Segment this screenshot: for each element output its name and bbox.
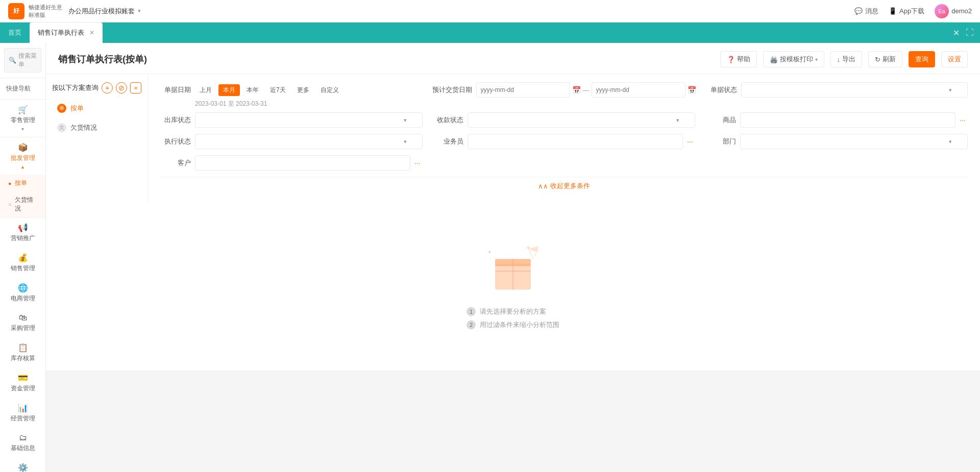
payment-select[interactable]: ▾ xyxy=(468,112,695,128)
content-area: 销售订单执行表(按单) ❓ 帮助 🖨️ 按模板打印 ▾ ↓ 导出 xyxy=(46,43,980,472)
scheme-panel-header: 按以下方案查询 + ⊘ « xyxy=(52,82,141,93)
goods-ellipsis-icon[interactable]: ··· xyxy=(958,116,968,124)
date-from-calendar-icon[interactable]: 📅 xyxy=(572,86,581,94)
expected-date-control: 📅 — 📅 xyxy=(476,82,696,98)
sidebar-quick-nav[interactable]: 快捷导航 xyxy=(0,78,45,100)
filter-item-goods: 商品 ··· xyxy=(705,112,968,128)
exec-status-label: 执行状态 xyxy=(160,137,191,146)
sidebar-item-ecommerce-label: 电商管理 xyxy=(11,294,35,303)
exec-status-select-wrap: ▾ xyxy=(195,134,423,149)
sidebar-item-basic[interactable]: 🗂 基础信息 xyxy=(0,428,45,458)
tab-home[interactable]: 首页 xyxy=(0,22,30,43)
print-icon: 🖨️ xyxy=(770,56,778,63)
dept-arrow-icon: ▾ xyxy=(949,138,952,145)
edit-scheme-button[interactable]: ⊘ xyxy=(116,82,127,93)
exec-status-select[interactable]: ▾ xyxy=(195,134,423,149)
help-button[interactable]: ❓ 帮助 xyxy=(720,51,757,67)
page-container: 销售订单执行表(按单) ❓ 帮助 🖨️ 按模板打印 ▾ ↓ 导出 xyxy=(46,43,980,370)
app-download-button[interactable]: 📱 App下载 xyxy=(889,7,924,16)
sidebar-item-marketing[interactable]: 📢 营销推广 xyxy=(0,218,45,248)
add-scheme-button[interactable]: + xyxy=(102,82,113,93)
main-layout: 🔍 搜索菜单 快捷导航 🛒 零售管理 ▾ 📦 批发管理 ▴ ● xyxy=(0,43,980,472)
filter-item-status: 单据状态 ▾ xyxy=(706,82,968,98)
goods-input[interactable] xyxy=(740,112,955,128)
inventory-icon: 📋 xyxy=(18,343,28,352)
filter-row-3: 执行状态 ▾ 业务员 xyxy=(160,134,968,149)
date-filter-label: 单据日期 xyxy=(160,85,191,95)
tab-sales-order[interactable]: 销售订单执行表 ✕ xyxy=(30,22,103,43)
sidebar-item-business-label: 经营管理 xyxy=(11,414,35,423)
expected-date-from-input[interactable] xyxy=(476,82,570,98)
search-menu-button[interactable]: 🔍 搜索菜单 xyxy=(4,48,41,73)
dept-select[interactable]: ▾ xyxy=(740,134,968,149)
delivery-label: 出库状态 xyxy=(160,115,191,125)
expected-date-label: 预计交货日期 xyxy=(432,85,472,95)
date-preset-more[interactable]: 更多 xyxy=(292,84,314,96)
status-select[interactable]: ▾ xyxy=(741,82,968,98)
delivery-select[interactable]: ▾ xyxy=(195,112,423,128)
customer-input[interactable] xyxy=(195,155,410,171)
date-preset-this-month[interactable]: 本月 xyxy=(218,84,240,96)
salesperson-ellipsis-icon[interactable]: ··· xyxy=(685,137,695,146)
collapse-more-button[interactable]: ∧∧ 收起更多条件 xyxy=(160,177,968,195)
salesperson-input[interactable] xyxy=(468,134,683,149)
filter-item-dept: 部门 ▾ xyxy=(705,134,968,149)
filter-row-4: 客户 ··· xyxy=(160,155,968,171)
breadcrumb[interactable]: 办公用品行业模拟账套 ▾ xyxy=(68,7,141,16)
refresh-button[interactable]: ↻ 刷新 xyxy=(868,51,902,67)
collapse-scheme-button[interactable]: « xyxy=(130,82,141,93)
export-button[interactable]: ↓ 导出 xyxy=(830,51,863,67)
avatar: Ea xyxy=(935,4,949,18)
sidebar-item-wholesale[interactable]: 📦 批发管理 ▴ xyxy=(0,137,45,175)
sidebar-item-system[interactable]: ⚙️ 系统管理 xyxy=(0,458,45,472)
print-button[interactable]: 🖨️ 按模板打印 ▾ xyxy=(763,51,824,67)
empty-state: ✦ ✦ ✦ 1 请先选择要分析的方案 xyxy=(46,203,980,370)
filter-panel: 单据日期 上月 本月 本年 近7天 更多 自定义 xyxy=(148,74,980,203)
sidebar-item-inventory[interactable]: 📋 库存核算 xyxy=(0,338,45,368)
sidebar-item-sales[interactable]: 💰 销售管理 xyxy=(0,248,45,278)
sidebar-item-wholesale-label: 批发管理 xyxy=(11,154,35,162)
page-header: 销售订单执行表(按单) ❓ 帮助 🖨️ 按模板打印 ▾ ↓ 导出 xyxy=(46,43,980,74)
scheme-items: 单 按单 欠 欠货情况 xyxy=(52,100,141,136)
sidebar-item-finance[interactable]: 💳 资金管理 xyxy=(0,368,45,398)
sidebar-item-retail[interactable]: 🛒 零售管理 ▾ xyxy=(0,100,45,137)
close-window-icon[interactable]: ✕ xyxy=(953,28,960,38)
sidebar-item-ecommerce[interactable]: 🌐 电商管理 xyxy=(0,278,45,308)
scheme-item-by-order[interactable]: 单 按单 xyxy=(52,100,141,117)
sidebar-item-finance-label: 资金管理 xyxy=(11,384,35,393)
empty-illustration: ✦ ✦ ✦ xyxy=(482,244,544,295)
sub-item-arrears-icon: ○ xyxy=(8,201,12,207)
date-preset-last-month[interactable]: 上月 xyxy=(195,84,216,96)
finance-icon: 💳 xyxy=(18,373,28,383)
breadcrumb-arrow-icon: ▾ xyxy=(138,8,141,14)
date-to-calendar-icon[interactable]: 📅 xyxy=(688,86,696,94)
filter-item-delivery: 出库状态 ▾ xyxy=(160,112,423,128)
date-preset-custom[interactable]: 自定义 xyxy=(316,84,344,96)
sub-item-by-order-label: 按单 xyxy=(15,179,27,187)
query-button[interactable]: 查询 xyxy=(909,51,935,67)
sub-item-by-order[interactable]: ● 按单 xyxy=(0,175,45,192)
filter-item-payment: 收款状态 ▾ xyxy=(433,112,695,128)
expected-date-to-input[interactable] xyxy=(592,82,685,98)
date-preset-last7[interactable]: 近7天 xyxy=(265,84,290,96)
customer-ellipsis-icon[interactable]: ··· xyxy=(412,159,423,167)
wholesale-sub-menu: ● 按单 ○ 欠货情况 xyxy=(0,175,45,217)
sidebar-item-business[interactable]: 📊 经营管理 xyxy=(0,398,45,428)
user-profile[interactable]: Ea demo2 xyxy=(935,4,972,18)
breadcrumb-text: 办公用品行业模拟账套 xyxy=(68,7,135,16)
message-button[interactable]: 💬 消息 xyxy=(854,7,878,16)
page-actions: ❓ 帮助 🖨️ 按模板打印 ▾ ↓ 导出 ↻ 刷新 xyxy=(720,51,968,67)
collapse-icon: ∧∧ xyxy=(538,182,548,190)
sub-item-arrears[interactable]: ○ 欠货情况 xyxy=(0,192,45,217)
tab-close-icon[interactable]: ✕ xyxy=(89,29,94,36)
scheme-panel-title: 按以下方案查询 xyxy=(52,83,99,92)
settings-button[interactable]: 设置 xyxy=(941,51,968,67)
sidebar-item-purchase[interactable]: 🛍 采购管理 xyxy=(0,308,45,338)
empty-text-group: 1 请先选择要分析的方案 2 用过滤条件来缩小分析范围 xyxy=(467,307,559,329)
sidebar-item-retail-label: 零售管理 xyxy=(11,116,35,125)
date-preset-this-year[interactable]: 本年 xyxy=(242,84,263,96)
expand-window-icon[interactable]: ⛶ xyxy=(966,28,974,37)
scheme-item-arrears[interactable]: 欠 欠货情况 xyxy=(52,119,141,136)
tab-home-label: 首页 xyxy=(8,28,21,37)
tab-bar-actions: ✕ ⛶ xyxy=(953,28,980,38)
